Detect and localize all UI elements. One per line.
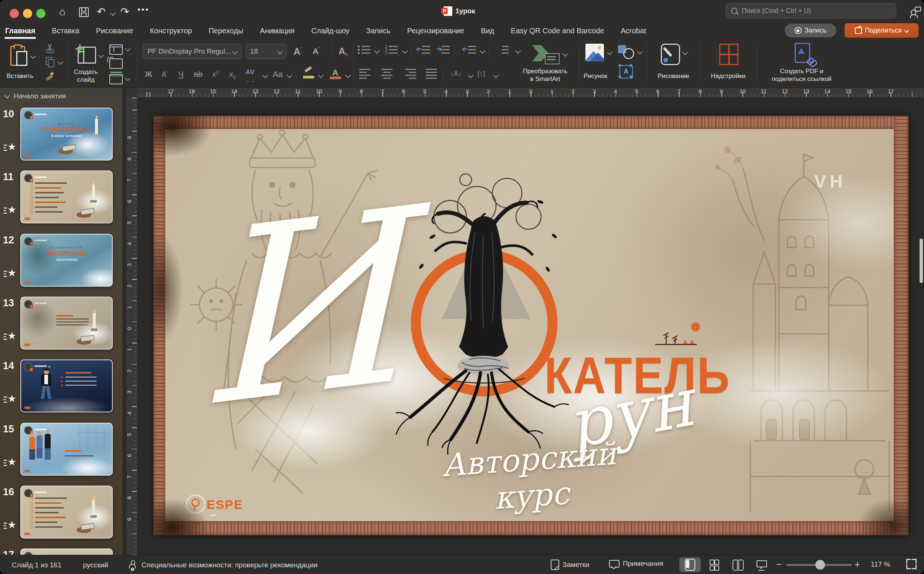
record-button[interactable]: Запись [785, 24, 836, 37]
section-icon[interactable] [109, 74, 123, 84]
new-slide-icon[interactable] [75, 44, 96, 63]
font-size-select[interactable]: 18 [245, 44, 287, 59]
paste-icon[interactable] [10, 44, 27, 65]
tab-Слайд-шоу[interactable]: Слайд-шоу [310, 25, 350, 36]
minimize-window-button[interactable] [23, 9, 32, 18]
tab-Рецензирование[interactable]: Рецензирование [406, 25, 465, 36]
tab-Переходы[interactable]: Переходы [208, 25, 244, 36]
addins-label[interactable]: Надстройки [706, 73, 750, 80]
vertical-scrollbar-thumb[interactable] [919, 238, 923, 283]
spacing-chevron-icon[interactable] [262, 73, 268, 79]
bullets-icon[interactable] [358, 45, 370, 55]
insert-picture-icon[interactable] [585, 44, 604, 62]
columns-chevron-icon[interactable] [515, 48, 521, 54]
slide-thumbnail-14[interactable]: 1✦ [20, 360, 113, 412]
tab-Главная[interactable]: Главная [5, 25, 36, 36]
change-case-icon[interactable]: Aa [273, 69, 283, 79]
tab-Вид[interactable]: Вид [480, 25, 495, 36]
text-direction-icon[interactable]: ↓A↓ [450, 69, 462, 78]
slide-thumbnail-17[interactable]: 1 [20, 549, 113, 555]
slide-canvas[interactable]: И КАТЕЛЬ рун Авторский курс VH ESPE ~ [153, 116, 908, 535]
subscript-icon[interactable]: x2 [229, 69, 236, 80]
slide-thumbnail-16[interactable]: 1 [20, 486, 113, 538]
new-slide-label[interactable]: Создатьслайд [67, 68, 104, 84]
more-commands-icon[interactable]: ••• [137, 5, 149, 15]
columns-icon[interactable] [498, 45, 511, 55]
clear-formatting-icon[interactable]: А◊ [339, 46, 348, 58]
font-name-select[interactable]: PF DinDisplay Pro Regul... [143, 44, 242, 59]
line-spacing-icon[interactable] [463, 45, 476, 55]
close-window-button[interactable] [9, 9, 19, 18]
smartart-chevron-icon[interactable] [563, 51, 569, 57]
align-left-icon[interactable] [359, 69, 372, 78]
case-chevron-icon[interactable] [287, 73, 293, 79]
section-chevron-icon[interactable] [125, 76, 131, 81]
presenter-chat-icon[interactable] [910, 7, 919, 16]
align-center-icon[interactable] [382, 69, 394, 78]
shapes-chevron-icon[interactable] [637, 49, 643, 55]
line-spacing-chevron-icon[interactable] [480, 48, 486, 54]
slide-thumbnail-10[interactable]: 1ДОБРОПОЖАЛОВАТЬв нашу команду [20, 108, 113, 161]
italic-icon[interactable]: К [162, 69, 167, 79]
grow-font-icon[interactable]: Аˆ [294, 46, 302, 57]
copy-chevron-icon[interactable] [58, 59, 64, 65]
section-header[interactable]: Начало занятия [5, 92, 66, 100]
slide-sorter-view-button[interactable] [704, 557, 725, 572]
align-text-chevron-icon[interactable] [493, 73, 499, 79]
bold-icon[interactable]: Ж [145, 69, 152, 79]
paste-label[interactable]: Вставить [2, 73, 38, 80]
format-painter-icon[interactable] [45, 72, 55, 81]
zoom-slider-handle[interactable] [816, 560, 825, 569]
draw-label[interactable]: Рисование [651, 73, 696, 80]
justify-icon[interactable] [426, 69, 438, 78]
strikethrough-icon[interactable]: ab [194, 69, 203, 79]
search-input[interactable]: Поиск (Cmd + Ctrl + U) [726, 3, 896, 19]
slide-thumbnail-13[interactable]: 1 [20, 296, 113, 350]
home-icon[interactable]: ⌂ [59, 7, 65, 17]
cut-icon[interactable] [45, 44, 55, 53]
new-slide-chevron-icon[interactable] [98, 52, 104, 58]
zoom-out-button[interactable]: − [776, 559, 782, 570]
zoom-window-button[interactable] [36, 9, 46, 18]
shapes-icon[interactable] [618, 45, 634, 59]
picture-chevron-icon[interactable] [607, 50, 613, 55]
create-pdf-label[interactable]: Создать PDF иподелиться ссылкой [763, 67, 841, 83]
normal-view-button[interactable] [679, 557, 701, 572]
notes-button[interactable]: Заметки [551, 560, 589, 570]
text-direction-chevron-icon[interactable] [468, 73, 474, 79]
redo-icon[interactable]: ↷ [121, 7, 129, 17]
tab-Easy QR Code and Barcode[interactable]: Easy QR Code and Barcode [510, 25, 605, 36]
layout-chevron-icon[interactable] [125, 46, 131, 52]
font-color-icon[interactable]: А [330, 68, 341, 76]
zoom-in-button[interactable]: + [855, 559, 860, 570]
undo-icon[interactable]: ↶ [97, 7, 105, 17]
smartart-icon[interactable] [532, 45, 559, 65]
save-icon[interactable] [79, 7, 89, 17]
zoom-percentage[interactable]: 117 % [871, 560, 890, 568]
numbering-chevron-icon[interactable] [402, 48, 408, 54]
align-right-icon[interactable] [404, 69, 416, 78]
addins-icon[interactable] [719, 44, 739, 65]
tab-Acrobat[interactable]: Acrobat [620, 25, 647, 36]
decrease-indent-icon[interactable] [417, 45, 430, 55]
slide-thumbnail-11[interactable]: 1 [20, 170, 113, 223]
picture-label[interactable]: Рисунок [575, 73, 616, 80]
paste-chevron-icon[interactable] [30, 53, 36, 59]
reset-slide-icon[interactable] [109, 58, 123, 69]
tab-Запись[interactable]: Запись [366, 25, 391, 36]
character-spacing-icon[interactable]: AV←→ [245, 68, 255, 84]
fullscreen-icon[interactable] [906, 559, 917, 569]
superscript-icon[interactable]: x2 [212, 69, 219, 79]
draw-chevron-icon[interactable] [682, 50, 688, 55]
highlight-color-icon[interactable] [303, 69, 314, 76]
underline-icon[interactable]: Ч [178, 69, 184, 79]
align-text-icon[interactable]: [↕] [478, 69, 485, 78]
tab-Рисование[interactable]: Рисование [95, 25, 134, 36]
tab-Вставка[interactable]: Вставка [51, 25, 80, 36]
shrink-font-icon[interactable]: Аˇ [313, 47, 320, 56]
increase-indent-icon[interactable] [436, 45, 449, 55]
section-collapse-icon[interactable] [5, 93, 10, 98]
bullets-chevron-icon[interactable] [374, 48, 380, 54]
create-pdf-icon[interactable]: ⟁ [795, 43, 810, 63]
slide-counter[interactable]: Слайд 1 из 161 [12, 561, 62, 569]
